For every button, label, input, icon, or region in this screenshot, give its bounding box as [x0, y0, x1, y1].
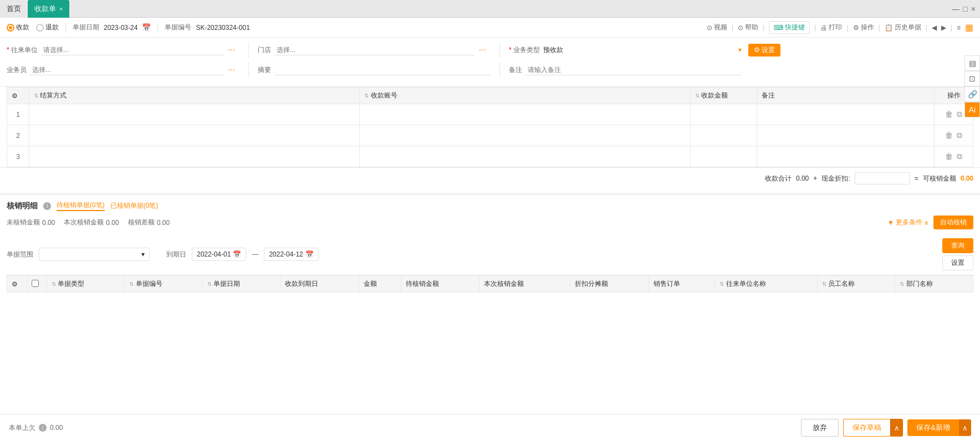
row-1-delete-btn[interactable]: 🗑: [944, 110, 954, 119]
col-settings-header[interactable]: ⚙: [7, 88, 29, 104]
detail-col-checkbox-header[interactable]: [27, 276, 47, 293]
row-3-settlement[interactable]: [29, 146, 360, 167]
row-3-account[interactable]: [360, 146, 690, 167]
row-3-remark[interactable]: [757, 146, 934, 167]
date-to-picker[interactable]: 2022-04-12 📅: [264, 248, 318, 261]
table-row: 1 🗑 ⧉: [7, 104, 973, 125]
staff-input[interactable]: [30, 65, 223, 75]
detail-col-number-label: 单据编号: [136, 280, 162, 288]
sidebar-icon-4[interactable]: Ai: [964, 102, 980, 117]
row-1-amount[interactable]: [690, 104, 757, 125]
business-type-dropdown-icon[interactable]: ▾: [738, 46, 742, 54]
row-2-remark[interactable]: [757, 125, 934, 146]
store-more-icon[interactable]: ···: [479, 45, 486, 55]
bottom-left: 本单上欠 i 0.00: [9, 423, 63, 433]
list-view-icon[interactable]: ≡: [957, 24, 961, 32]
date-value: 2023-03-24: [104, 24, 137, 32]
nav-right-icon[interactable]: ▶: [941, 24, 946, 32]
row-3-delete-btn[interactable]: 🗑: [944, 152, 954, 161]
summary-input[interactable]: [274, 65, 491, 75]
bottom-label: 本单上欠: [9, 423, 35, 433]
verify-info-icon[interactable]: i: [43, 202, 51, 210]
diff-value: 0.00: [157, 219, 170, 227]
radio-receipt[interactable]: 收款: [7, 23, 29, 32]
abandon-btn[interactable]: 放弃: [801, 419, 839, 437]
window-close-btn[interactable]: ×: [971, 4, 976, 13]
calendar-icon[interactable]: 📅: [142, 23, 151, 32]
more-conditions-label: 更多条件: [896, 218, 922, 227]
radio-refund[interactable]: 退款: [36, 23, 59, 32]
settings-small-btn[interactable]: ⚙ 设置: [748, 44, 780, 57]
auto-offset-btn[interactable]: 自动核销: [933, 216, 973, 229]
filter-icon: ▼: [887, 219, 894, 227]
setting-btn[interactable]: 设置: [942, 255, 973, 270]
row-2-amount[interactable]: [690, 125, 757, 146]
video-btn[interactable]: ⊙ 视频: [707, 23, 727, 32]
tab-done[interactable]: 已核销单据(0笔): [110, 201, 159, 211]
row-2-account[interactable]: [360, 125, 690, 146]
row-3-copy-btn[interactable]: ⧉: [956, 152, 963, 161]
print-btn[interactable]: 🖨 打印: [820, 23, 842, 32]
detail-col-type-header: ⇅ 单据类型: [47, 276, 125, 293]
detail-col-settings-header[interactable]: ⚙: [7, 276, 27, 293]
date-from-picker[interactable]: 2022-04-01 📅: [192, 248, 246, 261]
sidebar-icon-1[interactable]: ▤: [964, 55, 980, 71]
unchecked-value: 0.00: [42, 219, 55, 227]
window-max-btn[interactable]: □: [963, 4, 967, 13]
counterpart-input[interactable]: [41, 45, 223, 55]
tab-pending[interactable]: 待核销单据(0笔): [57, 201, 105, 211]
save-draft-split-btn[interactable]: ∧: [890, 419, 903, 437]
shortcut-btn[interactable]: ⌨ 快捷键: [769, 21, 810, 34]
tab-home[interactable]: 首页: [0, 0, 28, 18]
tab-close-icon[interactable]: ×: [59, 6, 63, 12]
select-all-checkbox[interactable]: [32, 280, 39, 287]
grid-view-icon[interactable]: ▦: [965, 22, 973, 33]
row-3-num: 3: [7, 146, 29, 167]
sidebar-icon-3[interactable]: 🔗: [964, 86, 980, 102]
window-min-btn[interactable]: —: [952, 4, 959, 13]
current-label: 本次核销金额: [64, 218, 104, 227]
staff-more-icon[interactable]: ···: [228, 65, 235, 75]
detail-col-amount-header: 金额: [359, 276, 401, 293]
total-value: 0.00: [796, 175, 809, 182]
row-3-amount[interactable]: [690, 146, 757, 167]
bottom-info-icon[interactable]: i: [39, 424, 47, 432]
history-label: 历史单据: [895, 23, 921, 32]
operations-btn[interactable]: ⚙ 操作: [853, 23, 874, 32]
tab-receipt[interactable]: 收款单 ×: [28, 0, 69, 18]
row-2-delete-btn[interactable]: 🗑: [944, 131, 954, 140]
save-new-btn[interactable]: 保存&新增: [907, 419, 959, 436]
verify-stats: 未核销金额 0.00 本次核销金额 0.00 核销差额 0.00 ▼ 更多条件 …: [7, 216, 973, 229]
save-new-split-btn[interactable]: ∧: [959, 419, 971, 436]
query-btn[interactable]: 查询: [942, 238, 973, 253]
save-draft-btn[interactable]: 保存草稿: [843, 419, 890, 437]
discount-input[interactable]: [855, 172, 910, 184]
detail-col-counterpart-header: ⇅ 往来单位名称: [715, 276, 818, 293]
store-input[interactable]: [274, 45, 474, 55]
print-icon: 🖨: [820, 24, 827, 32]
range-select[interactable]: ▾: [39, 248, 150, 261]
row-1-copy-btn[interactable]: ⧉: [956, 110, 963, 119]
remark-field: 备注: [509, 65, 742, 75]
remark-label: 备注: [509, 65, 522, 75]
nav-left-icon[interactable]: ◀: [932, 24, 937, 32]
verify-title: 核销明细: [7, 201, 38, 211]
help-btn[interactable]: ⊙ 帮助: [738, 23, 758, 32]
more-conditions-btn[interactable]: ▼ 更多条件 ∧: [887, 218, 929, 227]
history-btn[interactable]: 📋 历史单据: [885, 23, 921, 32]
row-2-copy-btn[interactable]: ⧉: [956, 131, 963, 140]
detail-col-staff-label: 员工名称: [828, 280, 855, 288]
detail-col-due-header: 收款到期日: [280, 276, 359, 293]
bottom-value: 0.00: [50, 424, 63, 432]
tab-bar: 首页 收款单 × — □ ×: [0, 0, 980, 18]
row-1-remark[interactable]: [757, 104, 934, 125]
row-1-settlement[interactable]: [29, 104, 360, 125]
equals-sign: =: [915, 175, 918, 182]
counterpart-more-icon[interactable]: ···: [228, 45, 235, 55]
remark-input[interactable]: [525, 65, 742, 75]
sidebar-icon-2[interactable]: ⊡: [964, 71, 980, 86]
row-1-account[interactable]: [360, 104, 690, 125]
auto-offset-label: 自动核销: [940, 218, 967, 227]
row-2-settlement[interactable]: [29, 125, 360, 146]
detail-col-number-header: ⇅ 单据编号: [125, 276, 202, 293]
